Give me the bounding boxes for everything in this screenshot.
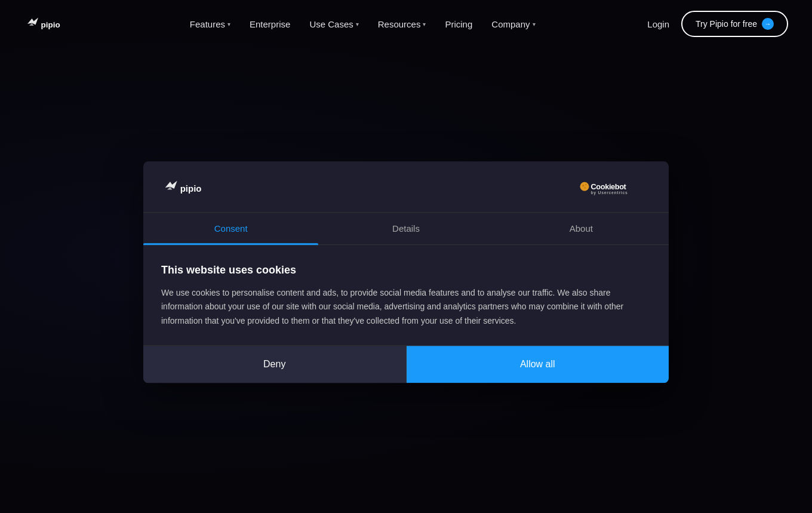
modal-tabs: Consent Details About — [143, 213, 669, 245]
svg-text:Cookiebot: Cookiebot — [591, 182, 627, 191]
svg-text:pipio: pipio — [180, 183, 202, 193]
svg-point-4 — [585, 187, 586, 188]
nav-logo[interactable]: pipio — [24, 14, 78, 33]
nav-actions: Login Try Pipio for free → — [647, 11, 788, 37]
modal-title: This website uses cookies — [161, 264, 651, 277]
tab-consent[interactable]: Consent — [143, 213, 318, 244]
allow-all-button[interactable]: Allow all — [407, 346, 669, 383]
svg-point-3 — [582, 185, 584, 186]
svg-text:by Usercentrics: by Usercentrics — [591, 191, 628, 195]
modal-description: We use cookies to personalise content an… — [161, 286, 651, 328]
modal-buttons: Deny Allow all — [143, 345, 669, 383]
cookiebot-logo: Cookiebot by Usercentrics — [579, 176, 651, 200]
tab-details[interactable]: Details — [318, 213, 493, 244]
navbar: pipio Features ▾ Enterprise Use Cases ▾ … — [0, 0, 812, 48]
modal-content: This website uses cookies We use cookies… — [143, 245, 669, 345]
login-button[interactable]: Login — [647, 19, 669, 29]
nav-features[interactable]: Features ▾ — [190, 19, 230, 29]
modal-brand-logo: pipio — [161, 177, 221, 198]
chevron-down-icon: ▾ — [227, 21, 230, 27]
nav-links: Features ▾ Enterprise Use Cases ▾ Resour… — [190, 19, 536, 29]
cookiebot-brand-name: Cookiebot by Usercentrics — [579, 176, 651, 200]
try-free-button[interactable]: Try Pipio for free → — [681, 11, 788, 37]
chevron-down-icon: ▾ — [533, 21, 536, 27]
svg-text:pipio: pipio — [41, 20, 60, 29]
chevron-down-icon: ▾ — [356, 21, 359, 27]
nav-pricing[interactable]: Pricing — [445, 19, 472, 29]
arrow-right-icon: → — [762, 18, 774, 30]
tab-about[interactable]: About — [494, 213, 669, 244]
nav-resources[interactable]: Resources ▾ — [378, 19, 426, 29]
svg-point-2 — [580, 182, 589, 191]
nav-use-cases[interactable]: Use Cases ▾ — [309, 19, 358, 29]
nav-enterprise[interactable]: Enterprise — [250, 19, 290, 29]
nav-company[interactable]: Company ▾ — [491, 19, 535, 29]
deny-button[interactable]: Deny — [143, 346, 407, 383]
chevron-down-icon: ▾ — [423, 21, 426, 27]
modal-header: pipio Cookiebot by Usercentrics — [143, 161, 669, 213]
svg-point-5 — [585, 184, 586, 185]
cookie-consent-modal: pipio Cookiebot by Usercentrics Consent — [143, 161, 669, 383]
